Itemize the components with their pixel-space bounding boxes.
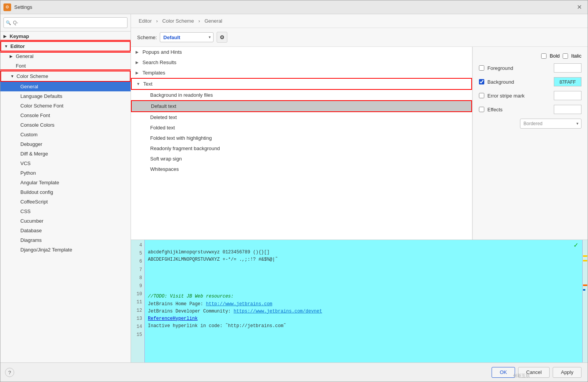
expand-arrow [14, 190, 19, 194]
sidebar-item-label: Django/Jinja2 Template [20, 247, 72, 253]
expand-arrow [14, 238, 19, 242]
scheme-bar: Scheme: Default ⚙ [131, 28, 588, 47]
effects-checkbox[interactable] [479, 107, 484, 112]
sidebar-item-python[interactable]: Python [0, 168, 131, 178]
tree-item-label: Popups and Hints [142, 49, 182, 55]
tree-item-folded-text[interactable]: Folded text [131, 122, 472, 133]
foreground-color-box[interactable] [554, 63, 581, 73]
ok-button[interactable]: OK [492, 367, 515, 378]
effects-color-box[interactable] [554, 105, 581, 114]
sidebar-item-buildout[interactable]: Buildout config [0, 187, 131, 197]
tree-item-readonly-fragment[interactable]: Readonly fragment background [131, 143, 472, 154]
sidebar-item-debugger[interactable]: Debugger [0, 139, 131, 149]
apply-button[interactable]: Apply [553, 367, 581, 378]
code-line [148, 286, 579, 293]
foreground-label: Foreground [487, 65, 551, 71]
error-stripe-label: Error stripe mark [487, 93, 551, 99]
sidebar-item-diff-merge[interactable]: Diff & Merge [0, 149, 131, 159]
sidebar-item-general[interactable]: ▶ General [0, 51, 131, 61]
preview-area: ✓ 4 5 6 7 8 9 10 11 12 13 14 15 [131, 240, 588, 362]
sidebar-item-label: Color Scheme Font [20, 103, 63, 109]
help-button[interactable]: ? [5, 368, 14, 377]
breadcrumb-sep2: › [199, 18, 202, 24]
sidebar-item-django[interactable]: Django/Jinja2 Template [0, 245, 131, 255]
scheme-select[interactable]: Default [160, 32, 214, 42]
search-bar [0, 14, 131, 31]
background-checkbox[interactable] [479, 79, 484, 84]
tree-item-soft-wrap[interactable]: Soft wrap sign [131, 154, 472, 164]
effects-select[interactable]: Bordered [520, 119, 581, 129]
sidebar-item-vcs[interactable]: VCS [0, 159, 131, 168]
tree-item-whitespaces[interactable]: Whitespaces [131, 164, 472, 174]
tree-item-bg-readonly[interactable]: Background in readonly files [131, 90, 472, 100]
breadcrumb-color-scheme: Color Scheme [162, 18, 194, 24]
foreground-checkbox[interactable] [479, 65, 484, 71]
code-line [148, 278, 579, 286]
sidebar-item-general-sub[interactable]: General [0, 82, 131, 91]
expand-arrow [14, 152, 19, 156]
tree-item-label: Background in readonly files [150, 92, 213, 98]
search-input[interactable] [3, 17, 128, 28]
sidebar-item-keymap[interactable]: ▶ Keymap [0, 31, 131, 41]
tree-item-text[interactable]: ▼ Text [131, 78, 472, 90]
tree-item-folded-text-highlighting[interactable]: Folded text with highlighting [131, 133, 472, 143]
sidebar-item-font[interactable]: Font [0, 61, 131, 71]
sidebar-item-label: Cucumber [20, 218, 43, 224]
tree-item-deleted-text[interactable]: Deleted text [131, 112, 472, 122]
tree-item-label: Search Results [142, 60, 176, 65]
breadcrumb: Editor › Color Scheme › General [131, 14, 588, 28]
code-line [148, 264, 579, 271]
sidebar-item-cucumber[interactable]: Cucumber [0, 216, 131, 226]
properties-panel: Bold Italic Foreground Background [472, 47, 588, 240]
background-color-box[interactable]: 87FAFF [554, 77, 581, 86]
tree-item-label: Templates [142, 70, 165, 76]
tree-item-popups[interactable]: ▶ Popups and Hints [131, 47, 472, 57]
line-number: 4 [131, 241, 144, 250]
tree-item-templates[interactable]: ▶ Templates [131, 68, 472, 78]
expand-arrow [10, 64, 14, 68]
sidebar-item-editor[interactable]: ▼ Editor [0, 41, 131, 51]
scrollbar[interactable] [582, 240, 588, 362]
gear-button[interactable]: ⚙ [217, 32, 227, 43]
error-stripe-color-box[interactable] [554, 91, 581, 100]
close-button[interactable]: ✕ [574, 2, 585, 13]
italic-checkbox[interactable] [563, 53, 568, 59]
expand-arrow [14, 132, 19, 137]
scheme-select-wrapper: Default [160, 32, 214, 42]
sidebar-item-database[interactable]: Database [0, 226, 131, 235]
sidebar-item-custom[interactable]: Custom [0, 130, 131, 139]
sidebar-item-label: Custom [20, 132, 38, 137]
sidebar-item-angular[interactable]: Angular Template [0, 178, 131, 187]
link-devnet: https://www.jetbrains.com/devnet [234, 309, 322, 314]
sidebar-item-color-scheme-font[interactable]: Color Scheme Font [0, 101, 131, 111]
code-line-todo: //TODO: Visit JB Web resources: [148, 293, 579, 300]
sidebar-item-color-scheme[interactable]: ▼ Color Scheme [0, 71, 131, 82]
title-bar: ⚙ Settings ✕ [0, 0, 588, 14]
scheme-label: Scheme: [137, 35, 157, 40]
tree-item-search-results[interactable]: ▶ Search Results [131, 57, 472, 68]
app-icon: ⚙ [3, 3, 11, 11]
sidebar-item-label: Debugger [20, 141, 42, 147]
bold-checkbox[interactable] [541, 53, 547, 59]
sidebar-item-diagrams[interactable]: Diagrams [0, 235, 131, 245]
sidebar-item-label: VCS [20, 160, 31, 166]
sidebar-item-console-font[interactable]: Console Font [0, 111, 131, 120]
error-stripe-checkbox[interactable] [479, 93, 484, 98]
window-title: Settings [14, 4, 32, 10]
search-wrapper [3, 17, 128, 28]
sidebar-item-console-colors[interactable]: Console Colors [0, 120, 131, 130]
color-tree: ▶ Popups and Hints ▶ Search Results ▶ Te… [131, 47, 472, 240]
code-line [148, 241, 579, 249]
sidebar-item-language-defaults[interactable]: Language Defaults [0, 91, 131, 101]
style-options-row: Bold Italic [479, 53, 581, 59]
expand-icon [143, 126, 149, 130]
main-split: ▶ Popups and Hints ▶ Search Results ▶ Te… [131, 47, 588, 240]
tree-item-default-text[interactable]: Default text [131, 100, 472, 112]
sidebar-item-coffeescript[interactable]: CoffeeScript [0, 197, 131, 207]
title-bar-left: ⚙ Settings [3, 3, 32, 11]
code-line: abcdefghijklmnopqrstuvwxyz 0123456789 ()… [148, 249, 579, 256]
sidebar-item-label: Diff & Merge [20, 151, 48, 157]
line-number: 9 [131, 282, 144, 290]
sidebar-item-css[interactable]: CSS [0, 207, 131, 216]
expand-icon: ▶ [136, 60, 141, 64]
